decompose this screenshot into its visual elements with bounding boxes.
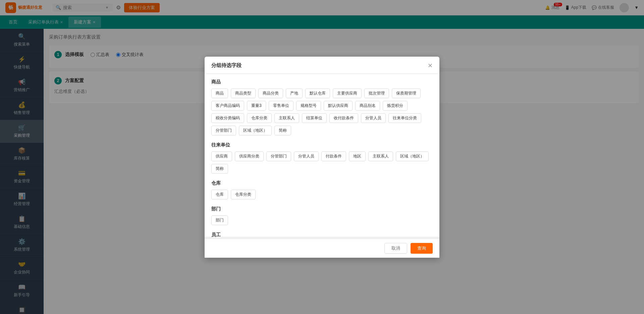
field-tag[interactable]: 分管部门	[266, 151, 291, 161]
field-group-department: 部门 部门	[211, 206, 433, 225]
field-tag[interactable]: 简称	[274, 126, 291, 135]
field-tag[interactable]: 税收分类编码	[211, 113, 244, 123]
modal-footer: 取消 查询	[205, 239, 439, 258]
field-group-employee: 员工 业务员	[211, 232, 433, 237]
field-group-goods: 商品 商品 商品类型 商品分类 产地 默认仓库 主要供应商 批次管理 保质期管理…	[211, 79, 433, 135]
field-tag[interactable]: 供应商分类	[235, 151, 264, 161]
field-tag[interactable]: 客户商品编码	[211, 101, 244, 111]
field-tag[interactable]: 规格型号	[296, 101, 321, 111]
field-tag[interactable]: 商品类型	[231, 88, 256, 98]
field-tag[interactable]: 零售单位	[269, 101, 293, 111]
field-tag[interactable]: 分管部门	[211, 126, 236, 135]
field-tag[interactable]: 区域（地区）	[396, 151, 429, 161]
field-tags-department: 部门	[211, 215, 433, 225]
field-tag[interactable]: 仓库分类	[231, 190, 256, 199]
field-group-goods-title: 商品	[211, 79, 433, 85]
modal-title: 分组待选字段	[211, 62, 241, 69]
field-tag[interactable]: 重量3	[247, 101, 266, 111]
field-group-warehouse: 仓库 仓库 仓库分类	[211, 180, 433, 199]
field-tags-goods: 商品 商品类型 商品分类 产地 默认仓库 主要供应商 批次管理 保质期管理 客户…	[211, 88, 433, 135]
field-tag[interactable]: 默认供应商	[324, 101, 353, 111]
field-tag[interactable]: 默认仓库	[305, 88, 330, 98]
field-select-modal: 分组待选字段 ✕ 商品 商品 商品类型 商品分类 产地 默认仓库 主要供应商 批…	[205, 57, 439, 258]
confirm-button[interactable]: 查询	[411, 243, 433, 254]
field-tag[interactable]: 部门	[211, 215, 228, 225]
modal-overlay: 分组待选字段 ✕ 商品 商品 商品类型 商品分类 产地 默认仓库 主要供应商 批…	[0, 0, 644, 314]
field-tag[interactable]: 简称	[211, 164, 228, 174]
field-tags-partner: 供应商 供应商分类 分管部门 分管人员 付款条件 地区 主联系人 区域（地区） …	[211, 151, 433, 174]
field-tag[interactable]: 批次管理	[364, 88, 389, 98]
field-tag[interactable]: 分管人员	[294, 151, 319, 161]
field-tag[interactable]: 产地	[286, 88, 303, 98]
modal-header: 分组待选字段 ✕	[205, 57, 439, 74]
field-group-partner-title: 往来单位	[211, 142, 433, 148]
field-tag[interactable]: 商品分类	[258, 88, 283, 98]
field-tag[interactable]: 仓库分类	[247, 113, 272, 123]
field-tag[interactable]: 收付款条件	[329, 113, 358, 123]
field-tag[interactable]: 主联系人	[368, 151, 393, 161]
field-tags-warehouse: 仓库 仓库分类	[211, 190, 433, 199]
field-group-employee-title: 员工	[211, 232, 433, 237]
modal-body: 商品 商品 商品类型 商品分类 产地 默认仓库 主要供应商 批次管理 保质期管理…	[205, 74, 439, 237]
field-tag[interactable]: 商品别名	[355, 101, 380, 111]
field-tag[interactable]: 区域（地区）	[239, 126, 272, 135]
field-tag[interactable]: 主联系人	[274, 113, 299, 123]
modal-close-icon[interactable]: ✕	[428, 62, 433, 69]
cancel-button[interactable]: 取消	[384, 243, 407, 254]
field-tag[interactable]: 供应商	[211, 151, 232, 161]
field-tag[interactable]: 地区	[349, 151, 366, 161]
field-tag[interactable]: 主要供应商	[333, 88, 362, 98]
field-tag[interactable]: 商品	[211, 88, 228, 98]
field-tag[interactable]: 结算单位	[302, 113, 327, 123]
field-group-department-title: 部门	[211, 206, 433, 212]
field-group-partner: 往来单位 供应商 供应商分类 分管部门 分管人员 付款条件 地区 主联系人 区域…	[211, 142, 433, 174]
field-tag[interactable]: 往来单位分类	[388, 113, 421, 123]
field-group-warehouse-title: 仓库	[211, 180, 433, 186]
field-tag[interactable]: 保质期管理	[392, 88, 421, 98]
field-tag[interactable]: 付款条件	[321, 151, 346, 161]
field-tag[interactable]: 炼货积分	[383, 101, 408, 111]
field-tag[interactable]: 仓库	[211, 190, 228, 199]
field-tag[interactable]: 分管人员	[361, 113, 386, 123]
